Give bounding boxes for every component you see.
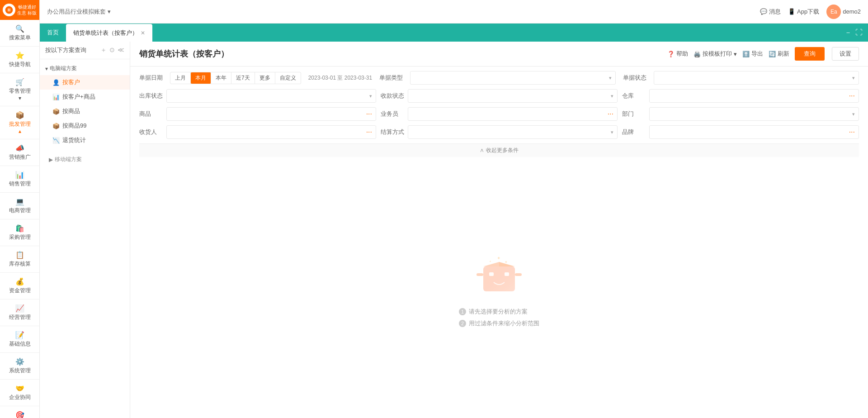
help-btn[interactable]: ❓ 帮助 bbox=[667, 50, 688, 58]
group-arrow-icon: ▾ bbox=[45, 66, 48, 72]
sidebar-item-retail[interactable]: 🛒 零售管理 ▾ bbox=[0, 73, 39, 106]
sidebar-item-quick-nav[interactable]: ⭐ 快捷导航 bbox=[0, 47, 39, 73]
collapse-filters-bar[interactable]: ∧ 收起更多条件 bbox=[139, 143, 859, 157]
tab-bar: 首页 销货单统计表（按客户） ✕ － ⛶ bbox=[40, 24, 868, 42]
doc-type-dropdown-icon: ▾ bbox=[609, 75, 612, 81]
sidebar-item-purchase[interactable]: 🛍️ 采购管理 bbox=[0, 219, 39, 246]
logo-icon bbox=[3, 4, 15, 16]
collapse-panel-icon[interactable]: ≪ bbox=[118, 46, 124, 54]
filter-row-2: 出库状态 ▾ 收款状态 ▾ 仓库 bbox=[139, 89, 859, 103]
department-dropdown-icon: ▾ bbox=[852, 111, 855, 117]
out-status-label: 出库状态 bbox=[139, 92, 166, 100]
scheme-product-99[interactable]: 📦 按商品99 bbox=[40, 119, 130, 133]
sidebar-item-wholesale[interactable]: 📦 批发管理 ▴ bbox=[0, 106, 39, 139]
sidebar-item-guide[interactable]: 🎯 新手引导 bbox=[0, 406, 39, 418]
doc-type-filter[interactable]: ▾ bbox=[410, 71, 615, 85]
desktop-group-title[interactable]: ▾ 电脑端方案 bbox=[40, 62, 130, 75]
settings-scheme-icon[interactable]: ⊙ bbox=[109, 46, 115, 54]
department-label: 部门 bbox=[622, 110, 649, 118]
tab-close-icon[interactable]: ✕ bbox=[141, 30, 145, 36]
sidebar-item-inventory[interactable]: 📋 库存核算 bbox=[0, 246, 39, 273]
tab-home[interactable]: 首页 bbox=[40, 24, 66, 42]
salesman-filter[interactable]: ··· bbox=[408, 107, 618, 121]
window-maximize-icon[interactable]: ⛶ bbox=[855, 28, 863, 37]
collect-status-filter[interactable]: ▾ bbox=[408, 89, 618, 103]
out-status-filter[interactable]: ▾ bbox=[166, 89, 376, 103]
date-btn-this-year[interactable]: 本年 bbox=[211, 72, 231, 84]
header-left: 办公用品行业模拟账套 ▾ bbox=[47, 8, 111, 16]
settings-button[interactable]: 设置 bbox=[832, 47, 859, 61]
main-area: 办公用品行业模拟账套 ▾ 💬 消息 📱 App下载 Ea demo2 首页 销货… bbox=[40, 0, 868, 418]
settle-method-label: 结算方式 bbox=[381, 128, 408, 136]
tab-sales-stat[interactable]: 销货单统计表（按客户） ✕ bbox=[66, 24, 152, 42]
date-label: 单据日期 bbox=[139, 74, 166, 82]
product-icon: 📦 bbox=[52, 108, 60, 115]
sidebar-item-finance[interactable]: 💰 资金管理 bbox=[0, 273, 39, 299]
scheme-return-stat[interactable]: 📉 退货统计 bbox=[40, 133, 130, 147]
content-area: 按以下方案查询 ＋ ⊙ ≪ ▾ 电脑端方案 👤 按客户 📊 bbox=[40, 42, 868, 418]
svg-rect-4 bbox=[515, 273, 522, 276]
refresh-icon: 🔄 bbox=[769, 51, 776, 57]
brand-label: 品牌 bbox=[622, 128, 649, 136]
top-header: 办公用品行业模拟账套 ▾ 💬 消息 📱 App下载 Ea demo2 bbox=[40, 0, 868, 24]
mobile-group-title[interactable]: ▶ 移动端方案 bbox=[40, 153, 130, 166]
sidebar-item-system[interactable]: ⚙️ 系统管理 bbox=[0, 353, 39, 380]
empty-tips: 1 请先选择要分析的方案 2 用过滤条件来缩小分析范围 bbox=[459, 306, 539, 329]
page-title: 销货单统计表（按客户） bbox=[139, 48, 229, 59]
receiver-filter[interactable]: ··· bbox=[166, 125, 376, 139]
right-panel: 销货单统计表（按客户） ❓ 帮助 🖨️ 按模板打印 ▾ ⬆️ bbox=[130, 42, 868, 418]
empty-state: ✦ ✦ ✦ 1 请先选择要分析的方案 2 用过滤条件来缩小分析范围 bbox=[130, 157, 868, 418]
product-filter[interactable]: ··· bbox=[166, 107, 376, 121]
mobile-group: ▶ 移动端方案 bbox=[40, 150, 130, 169]
doc-status-dropdown-icon: ▾ bbox=[852, 75, 855, 81]
scheme-by-customer[interactable]: 👤 按客户 bbox=[40, 75, 130, 90]
left-panel: 按以下方案查询 ＋ ⊙ ≪ ▾ 电脑端方案 👤 按客户 📊 bbox=[40, 42, 130, 418]
product-dots-icon: ··· bbox=[366, 110, 372, 118]
collect-status-dropdown-icon: ▾ bbox=[611, 93, 613, 99]
doc-status-label: 单据状态 bbox=[623, 74, 650, 82]
dropdown-icon: ▾ bbox=[108, 8, 111, 15]
filter-row-3: 商品 ··· 业务员 ··· 部门 bbox=[139, 107, 859, 121]
date-btn-this-month[interactable]: 本月 bbox=[191, 72, 211, 84]
out-status-dropdown-icon: ▾ bbox=[369, 93, 372, 99]
filter-row-4: 收货人 ··· 结算方式 ▾ 品牌 bbox=[139, 125, 859, 139]
account-selector[interactable]: 办公用品行业模拟账套 ▾ bbox=[47, 8, 111, 16]
date-btn-custom[interactable]: 自定义 bbox=[275, 72, 301, 84]
sidebar-item-marketing[interactable]: 📣 营销推广 bbox=[0, 139, 39, 166]
avatar: Ea bbox=[826, 5, 841, 19]
doc-status-filter[interactable]: ▾ bbox=[654, 71, 859, 85]
warehouse-filter[interactable]: ··· bbox=[649, 89, 859, 103]
page-header: 销货单统计表（按客户） ❓ 帮助 🖨️ 按模板打印 ▾ ⬆️ bbox=[130, 42, 868, 66]
settle-method-filter[interactable]: ▾ bbox=[408, 125, 618, 139]
query-button[interactable]: 查询 bbox=[795, 47, 825, 61]
add-scheme-icon[interactable]: ＋ bbox=[100, 46, 107, 54]
brand-filter[interactable]: ··· bbox=[649, 125, 859, 139]
logo-area: 畅捷通好生意 标版 bbox=[0, 0, 39, 20]
date-btn-more[interactable]: 更多 bbox=[255, 72, 275, 84]
sidebar-item-collab[interactable]: 🤝 企业协同 bbox=[0, 380, 39, 406]
sidebar-item-basic[interactable]: 📝 基础信息 bbox=[0, 326, 39, 353]
customer-product-icon: 📊 bbox=[52, 94, 60, 100]
filter-area: 单据日期 上月 本月 本年 近7天 更多 自定义 2023-03-01 至 20… bbox=[130, 66, 868, 157]
sidebar-item-ecommerce[interactable]: 💻 电商管理 bbox=[0, 193, 39, 219]
user-profile[interactable]: Ea demo2 bbox=[826, 5, 861, 19]
template-print-btn[interactable]: 🖨️ 按模板打印 ▾ bbox=[693, 50, 737, 58]
date-btn-7days[interactable]: 近7天 bbox=[231, 72, 255, 84]
department-filter[interactable]: ▾ bbox=[649, 107, 859, 121]
window-minimize-icon[interactable]: － bbox=[844, 28, 852, 38]
sidebar-item-sales[interactable]: 📊 销售管理 bbox=[0, 166, 39, 193]
refresh-btn[interactable]: 🔄 刷新 bbox=[769, 50, 789, 58]
svg-text:✦: ✦ bbox=[489, 260, 491, 263]
date-btn-last-month[interactable]: 上月 bbox=[170, 72, 191, 84]
export-btn[interactable]: ⬆️ 导出 bbox=[742, 50, 763, 58]
page-actions: ❓ 帮助 🖨️ 按模板打印 ▾ ⬆️ 导出 � bbox=[667, 47, 859, 61]
scheme-by-product[interactable]: 📦 按商品 bbox=[40, 104, 130, 119]
messages-btn[interactable]: 💬 消息 bbox=[760, 8, 781, 16]
brand-dots-icon: ··· bbox=[849, 128, 855, 136]
warehouse-dots-icon: ··· bbox=[849, 92, 855, 100]
sidebar-item-ops[interactable]: 📈 经营管理 bbox=[0, 299, 39, 326]
customer-icon: 👤 bbox=[52, 79, 60, 86]
sidebar-item-search[interactable]: 🔍 搜索菜单 bbox=[0, 20, 39, 47]
scheme-customer-product[interactable]: 📊 按客户+商品 bbox=[40, 90, 130, 104]
app-download-btn[interactable]: 📱 App下载 bbox=[788, 8, 819, 16]
